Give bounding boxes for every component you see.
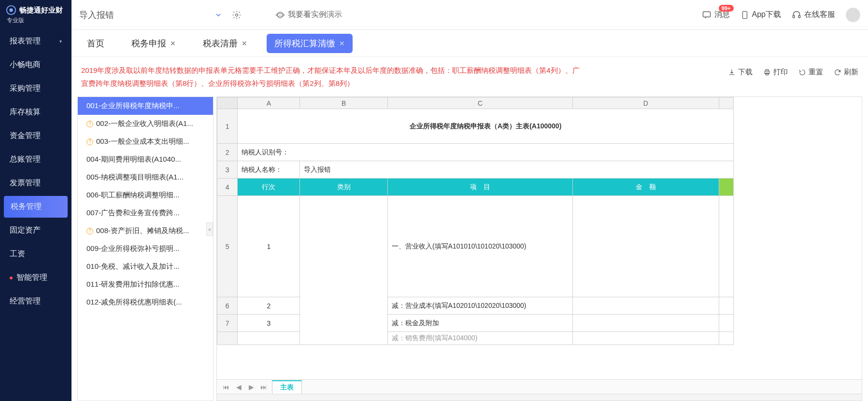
sheet-nav-next[interactable]: ▶ bbox=[247, 383, 256, 391]
hint-icon: ? bbox=[86, 228, 93, 235]
taxpayer-name-value[interactable]: 导入报错 bbox=[300, 161, 734, 179]
download-button[interactable]: 下载 bbox=[728, 68, 753, 77]
taxpayer-id-label[interactable]: 纳税人识别号： bbox=[238, 144, 734, 161]
sidebar-item-tax[interactable]: 税务管理 bbox=[4, 196, 68, 218]
reset-button[interactable]: 重置 bbox=[798, 68, 823, 77]
col-header-c[interactable]: C bbox=[387, 97, 572, 109]
sidebar-item-purchase[interactable]: 采购管理 bbox=[0, 77, 71, 100]
tab-tax-list[interactable]: 税表清册✕ bbox=[195, 34, 255, 53]
row-header-6[interactable]: 6 bbox=[217, 297, 238, 315]
form-item-009[interactable]: 009-企业所得税弥补亏损明... bbox=[78, 240, 213, 258]
demo-link[interactable]: 我要看实例演示 bbox=[275, 10, 342, 20]
taxpayer-name-label[interactable]: 纳税人名称： bbox=[238, 161, 300, 179]
close-icon[interactable]: ✕ bbox=[170, 40, 176, 47]
sheet-title-cell[interactable]: 企业所得税年度纳税申报表（A类）主表(A100000) bbox=[238, 109, 734, 144]
reset-icon bbox=[798, 69, 806, 76]
cell-8a[interactable] bbox=[238, 332, 300, 345]
form-item-001[interactable]: 001-企业所得税年度纳税申... bbox=[78, 97, 213, 115]
avatar[interactable] bbox=[846, 8, 860, 22]
form-item-003[interactable]: ?003-一般企业成本支出明细... bbox=[78, 133, 213, 151]
warning-row: 2019年度涉及取以前年度结转数据的申报表单元格需要手工维护正确，才能保证本年及… bbox=[71, 57, 868, 94]
message-button[interactable]: 消息 99+ bbox=[702, 10, 730, 20]
message-badge: 99+ bbox=[719, 5, 734, 12]
col-header-d[interactable]: D bbox=[573, 97, 719, 109]
sidebar-item-inventory[interactable]: 库存核算 bbox=[0, 100, 71, 124]
cell-6a[interactable]: 2 bbox=[238, 297, 300, 315]
form-item-005[interactable]: 005-纳税调整项目明细表(A1... bbox=[78, 168, 213, 186]
sidebar-item-invoice[interactable]: 发票管理 bbox=[0, 171, 71, 195]
app-download-button[interactable]: App下载 bbox=[740, 10, 781, 20]
form-item-012[interactable]: 012-减免所得税优惠明细表(... bbox=[78, 293, 213, 311]
chat-icon bbox=[702, 10, 711, 20]
close-icon[interactable]: ✕ bbox=[242, 40, 247, 47]
form-item-007[interactable]: 007-广告费和业务宣传费跨... bbox=[78, 204, 213, 222]
cell-7d[interactable] bbox=[573, 315, 719, 332]
row-header-2[interactable]: 2 bbox=[217, 144, 238, 161]
header-rownum[interactable]: 行次 bbox=[238, 179, 300, 196]
cell-8e[interactable] bbox=[719, 332, 733, 345]
warning-text: 2019年度涉及取以前年度结转数据的申报表单元格需要手工维护正确，才能保证本年及… bbox=[81, 64, 583, 90]
grid-scroll[interactable]: A B C D 1 企业所得税年度纳税申报表（A类）主表(A100000) 2 bbox=[217, 97, 862, 379]
form-item-002[interactable]: ?002-一般企业收入明细表(A1... bbox=[78, 115, 213, 133]
row-header-1[interactable]: 1 bbox=[217, 109, 238, 144]
sheet-nav-prev[interactable]: ◀ bbox=[234, 383, 243, 391]
cell-5a[interactable]: 1 bbox=[238, 196, 300, 297]
header-category[interactable]: 类别 bbox=[300, 179, 388, 196]
row-header-8[interactable] bbox=[217, 332, 238, 345]
title-dropdown[interactable] bbox=[214, 11, 222, 19]
cell-7a[interactable]: 3 bbox=[238, 315, 300, 332]
form-item-010[interactable]: 010-免税、减计收入及加计... bbox=[78, 258, 213, 276]
settings-button[interactable] bbox=[232, 10, 242, 20]
content: 001-企业所得税年度纳税申... ?002-一般企业收入明细表(A1... ?… bbox=[71, 94, 868, 401]
sidebar-item-salary[interactable]: 工资 bbox=[0, 242, 71, 266]
sidebar-item-smart[interactable]: 智能管理 bbox=[0, 266, 71, 290]
row-header-3[interactable]: 3 bbox=[217, 161, 238, 179]
tab-income-tax[interactable]: 所得税汇算清缴✕ bbox=[267, 34, 353, 53]
cell-8c[interactable]: 减：销售费用(填写A104000) bbox=[387, 332, 572, 345]
row-header-7[interactable]: 7 bbox=[217, 315, 238, 332]
sidebar-item-funds[interactable]: 资金管理 bbox=[0, 124, 71, 148]
tab-home[interactable]: 首页 bbox=[79, 34, 112, 53]
header-extra[interactable] bbox=[719, 179, 733, 196]
download-icon bbox=[728, 69, 736, 76]
sidebar-item-assets[interactable]: 固定资产 bbox=[0, 219, 71, 242]
cell-7e[interactable] bbox=[719, 315, 733, 332]
sidebar-item-ecommerce[interactable]: 小畅电商 bbox=[0, 53, 71, 77]
customer-service-button[interactable]: 在线客服 bbox=[792, 10, 835, 20]
cell-5c[interactable]: 一、营业收入(填写A101010\101020\103000) bbox=[387, 196, 572, 297]
cell-5e[interactable] bbox=[719, 196, 733, 297]
form-item-008[interactable]: ?008-资产折旧、摊销及纳税... bbox=[78, 222, 213, 240]
form-item-011[interactable]: 011-研发费用加计扣除优惠... bbox=[78, 276, 213, 293]
grid-corner[interactable] bbox=[217, 97, 238, 109]
col-header-b[interactable]: B bbox=[300, 97, 388, 109]
header-item[interactable]: 项 目 bbox=[387, 179, 572, 196]
cell-6d[interactable] bbox=[573, 297, 719, 315]
refresh-button[interactable]: 刷新 bbox=[834, 68, 858, 77]
cell-8d[interactable] bbox=[573, 332, 719, 345]
close-icon[interactable]: ✕ bbox=[339, 40, 345, 47]
print-button[interactable]: 打印 bbox=[763, 68, 788, 77]
tab-tax-declare[interactable]: 税务申报✕ bbox=[124, 34, 184, 53]
sheet-nav-first[interactable]: ⏮ bbox=[222, 383, 230, 391]
cell-7c[interactable]: 减：税金及附加 bbox=[387, 315, 572, 332]
topbar: 导入报错 我要看实例演示 消息 99+ bbox=[71, 0, 868, 30]
col-header-a[interactable]: A bbox=[238, 97, 300, 109]
cell-6c[interactable]: 减：营业成本(填写A102010\102020\103000) bbox=[387, 297, 572, 315]
sidebar-item-business[interactable]: 经营管理 bbox=[0, 290, 71, 313]
sidebar-item-reports[interactable]: 报表管理▾ bbox=[0, 29, 71, 53]
svg-rect-11 bbox=[766, 73, 768, 75]
cell-5d[interactable] bbox=[573, 196, 719, 297]
sidebar-item-ledger[interactable]: 总账管理 bbox=[0, 148, 71, 171]
cell-6e[interactable] bbox=[719, 297, 733, 315]
sheet-nav-last[interactable]: ⏭ bbox=[259, 383, 268, 391]
sheet-tab-main[interactable]: 主表 bbox=[272, 380, 302, 394]
form-item-006[interactable]: 006-职工薪酬纳税调整明细... bbox=[78, 186, 213, 204]
row-header-5[interactable]: 5 bbox=[217, 196, 238, 297]
header-amount[interactable]: 金 额 bbox=[573, 179, 719, 196]
col-header-extra[interactable] bbox=[719, 97, 733, 109]
cell-5b[interactable] bbox=[300, 196, 388, 345]
form-item-004[interactable]: 004-期间费用明细表(A1040... bbox=[78, 151, 213, 168]
collapse-handle[interactable]: « bbox=[206, 222, 213, 236]
row-header-4[interactable]: 4 bbox=[217, 179, 238, 196]
horizontal-scrollbar[interactable] bbox=[217, 394, 862, 401]
